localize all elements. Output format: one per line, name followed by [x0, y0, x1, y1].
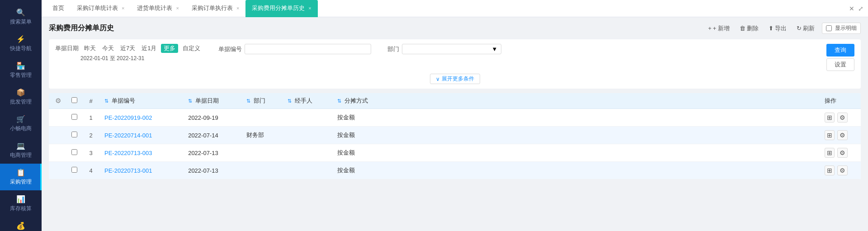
shortcut-more[interactable]: 更多: [161, 44, 178, 53]
row-num: 4: [82, 162, 100, 179]
row-doc-no: PE-20220919-002: [100, 109, 184, 127]
sidebar-item-nav[interactable]: ⚡ 快捷导航: [0, 30, 42, 57]
row-split-method: 按金额: [333, 127, 820, 144]
edit-icon[interactable]: ⊞: [825, 130, 835, 140]
row-doc-no: PE-20220713-003: [100, 144, 184, 162]
edit-icon[interactable]: ⊞: [825, 148, 835, 158]
shortcut-1month[interactable]: 近1月: [140, 44, 158, 53]
col-label: 单据日期: [195, 97, 219, 104]
sidebar-item-wholesale[interactable]: 📦 批发管理: [0, 84, 42, 110]
show-cols-button[interactable]: 显示明细: [822, 23, 861, 34]
setting-button[interactable]: 设置: [826, 58, 854, 71]
row-settings-cell: [49, 127, 67, 144]
inventory-icon: 📊: [2, 195, 40, 203]
doc-no-link[interactable]: PE-20220713-001: [104, 167, 152, 174]
add-icon: +: [708, 25, 712, 32]
row-num: 1: [82, 109, 100, 127]
row-ops: ⊞ ⚙: [820, 109, 861, 127]
shortcut-yesterday[interactable]: 昨天: [82, 44, 98, 53]
tab-label: 进货单统计表: [137, 4, 172, 12]
date-filter-label: 单据日期: [55, 44, 79, 52]
row-checkbox-cell: [67, 127, 82, 144]
more-ops-icon[interactable]: ⚙: [837, 148, 848, 158]
th-dept[interactable]: ⇅ 部门: [242, 93, 283, 109]
sidebar-item-label: 小畅电商: [10, 125, 32, 132]
data-table-container: ⚙ # ⇅ 单据编号 ⇅ 单据日期: [49, 93, 861, 179]
settings-icon[interactable]: ⚙: [55, 97, 61, 104]
row-doc-date: 2022-07-14: [184, 127, 242, 144]
doc-no-link[interactable]: PE-20220713-003: [104, 150, 152, 156]
sidebar-item-finance[interactable]: 💰 资金管理: [0, 217, 42, 231]
row-dept: 财务部: [242, 127, 283, 144]
tab-purchase-exec[interactable]: 采购订单执行表 ×: [185, 0, 245, 17]
dept-label: 部门: [387, 45, 399, 53]
row-handler: [283, 127, 333, 144]
sidebar-item-label: 快捷导航: [10, 45, 32, 52]
retail-icon: 🏪: [2, 61, 40, 70]
export-button[interactable]: ⬆ 导出: [766, 23, 789, 34]
tab-home[interactable]: 首页: [46, 0, 71, 17]
tab-label: 采购费用分摊单历史: [252, 4, 305, 12]
tab-cost-split-history[interactable]: 采购费用分摊单历史 ×: [245, 0, 317, 17]
expand-button[interactable]: ∨ 展开更多条件: [430, 74, 480, 84]
row-dept: [242, 162, 283, 179]
sidebar-item-ecom-small[interactable]: 🛒 小畅电商: [0, 110, 42, 137]
sidebar-item-retail[interactable]: 🏪 零售管理: [0, 57, 42, 84]
dept-filter: 部门 ▼: [387, 44, 501, 54]
doc-no-input[interactable]: [245, 44, 371, 54]
tab-label: 采购订单统计表: [77, 4, 118, 12]
sidebar-item-ecom[interactable]: 💻 电商管理: [0, 137, 42, 164]
row-checkbox[interactable]: [71, 114, 77, 120]
row-ops: ⊞ ⚙: [820, 144, 861, 162]
more-ops-icon[interactable]: ⚙: [837, 113, 848, 123]
purchase-icon: 📋: [2, 168, 40, 177]
tab-goods-stats[interactable]: 进货单统计表 ×: [131, 0, 185, 17]
shortcut-7days[interactable]: 近7天: [118, 44, 137, 53]
doc-no-link[interactable]: PE-20220714-001: [104, 132, 152, 139]
shortcut-today[interactable]: 今天: [100, 44, 116, 53]
content-area: 采购费用分摊单历史 + + 新增 🗑 删除 ⬆ 导出 ↻ 刷新: [42, 17, 868, 231]
doc-no-link[interactable]: PE-20220919-002: [104, 114, 152, 121]
row-ops: ⊞ ⚙: [820, 162, 861, 179]
refresh-button[interactable]: ↻ 刷新: [794, 23, 817, 34]
select-all-checkbox[interactable]: [71, 97, 77, 103]
page-header: 采购费用分摊单历史 + + 新增 🗑 删除 ⬆ 导出 ↻ 刷新: [49, 23, 861, 34]
add-button[interactable]: + + 新增: [705, 23, 732, 34]
table-row: 1 PE-20220919-002 2022-09-19 按金额 ⊞ ⚙: [49, 109, 861, 127]
dept-select[interactable]: ▼: [402, 44, 501, 54]
row-checkbox[interactable]: [71, 132, 77, 137]
th-doc-no[interactable]: ⇅ 单据编号: [100, 93, 184, 109]
shortcut-custom[interactable]: 自定义: [181, 44, 202, 53]
sidebar-item-label: 零售管理: [10, 72, 32, 78]
delete-label: 删除: [747, 24, 759, 33]
tab-close-icon[interactable]: ×: [308, 5, 311, 11]
more-ops-icon[interactable]: ⚙: [837, 130, 848, 140]
tab-bar-actions: ✕ ⤢: [849, 5, 863, 12]
tab-purchase-order-stats[interactable]: 采购订单统计表 ×: [71, 0, 131, 17]
sidebar-item-inventory[interactable]: 📊 库存核算: [0, 190, 42, 217]
col-label: 操作: [825, 97, 836, 104]
th-handler[interactable]: ⇅ 经手人: [283, 93, 333, 109]
edit-icon[interactable]: ⊞: [825, 165, 835, 175]
th-split-method[interactable]: ⇅ 分摊方式: [333, 93, 820, 109]
tab-close-icon[interactable]: ×: [176, 5, 179, 11]
delete-button[interactable]: 🗑 删除: [737, 23, 761, 34]
tab-close-icon[interactable]: ×: [122, 5, 124, 11]
row-handler: [283, 162, 333, 179]
refresh-label: 刷新: [803, 24, 815, 33]
row-num: 2: [82, 127, 100, 144]
sidebar-item-search[interactable]: 🔍 搜索菜单: [0, 4, 42, 30]
more-ops-icon[interactable]: ⚙: [837, 165, 848, 175]
row-checkbox[interactable]: [71, 149, 77, 155]
th-doc-date[interactable]: ⇅ 单据日期: [184, 93, 242, 109]
maximize-icon[interactable]: ⤢: [858, 5, 863, 12]
show-cols-checkbox[interactable]: [826, 25, 832, 31]
edit-icon[interactable]: ⊞: [825, 113, 835, 123]
close-all-icon[interactable]: ✕: [849, 5, 854, 12]
search-button[interactable]: 查询: [826, 44, 854, 57]
sidebar-item-label: 批发管理: [10, 99, 32, 105]
sidebar-item-purchase[interactable]: 📋 采购管理: [0, 164, 42, 190]
row-dept: [242, 144, 283, 162]
row-checkbox[interactable]: [71, 167, 77, 173]
tab-close-icon[interactable]: ×: [236, 5, 239, 11]
